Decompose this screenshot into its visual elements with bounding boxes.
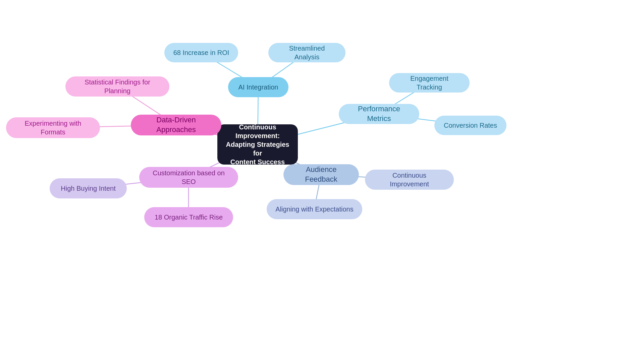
node-engagement: Engagement Tracking bbox=[389, 73, 470, 93]
node-aligning: Aligning with Expectations bbox=[267, 199, 362, 219]
node-conversion: Conversion Rates bbox=[434, 116, 506, 135]
node-experimenting: Experimenting with Formats bbox=[6, 117, 100, 138]
node-data-driven: Data-Driven Approaches bbox=[131, 115, 221, 135]
node-ai-integration: AI Integration bbox=[228, 77, 288, 97]
node-performance: Performance Metrics bbox=[339, 104, 419, 124]
node-high-buying: High Buying Intent bbox=[50, 178, 127, 198]
center-node: Continuous Improvement: Adapting Strateg… bbox=[217, 124, 298, 165]
node-customization: Customization based on SEO bbox=[139, 167, 238, 188]
node-audience: Audience Feedback bbox=[283, 164, 359, 185]
node-statistical: Statistical Findings for Planning bbox=[65, 76, 169, 97]
node-cont-improvement: Continuous Improvement bbox=[365, 170, 454, 190]
node-streamlined: Streamlined Analysis bbox=[268, 43, 345, 62]
center-label: Continuous Improvement: Adapting Strateg… bbox=[225, 123, 290, 166]
node-roi: 68 Increase in ROI bbox=[164, 43, 238, 62]
node-organic: 18 Organic Traffic Rise bbox=[144, 207, 233, 227]
